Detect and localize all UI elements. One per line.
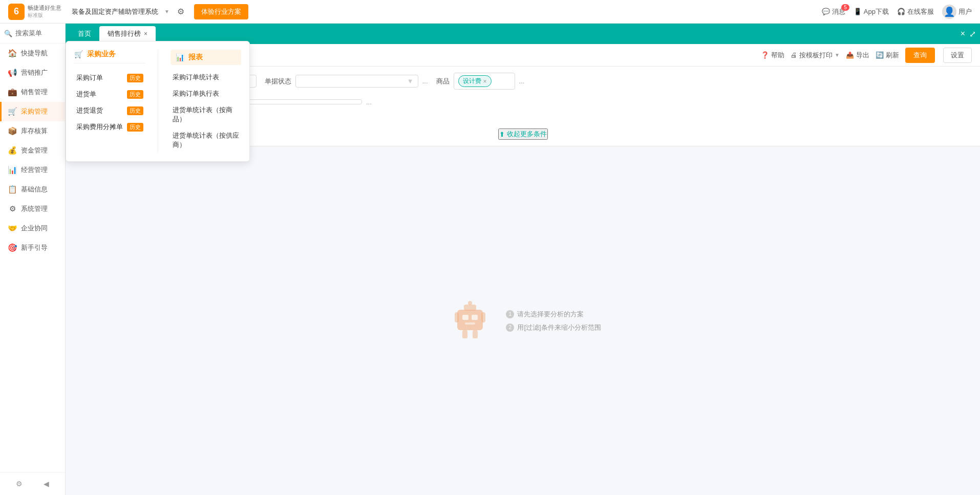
sidebar-bottom: ⚙ ◀ <box>0 472 65 495</box>
dropdown-item-report-0[interactable]: 采购订单统计表 <box>171 69 242 85</box>
sidebar-item-label: 销售管理 <box>21 88 48 97</box>
dropdown-item-label: 进货单统计表（按商品） <box>173 105 240 124</box>
svg-rect-4 <box>455 312 459 322</box>
basic-info-icon: 📋 <box>8 185 17 194</box>
query-btn[interactable]: 查询 <box>905 48 935 63</box>
goods-tag-text: 设计费 <box>463 77 481 85</box>
online-service-btn[interactable]: 🎧 在线客服 <box>897 7 934 16</box>
sidebar-item-system[interactable]: ⚙ 系统管理 <box>0 199 65 219</box>
sidebar-collapse-btn[interactable]: ◀ <box>41 478 51 490</box>
goods-dots[interactable]: ... <box>519 77 525 85</box>
dropdown-item-report-2[interactable]: 进货单统计表（按商品） <box>171 102 242 127</box>
svg-rect-3 <box>465 322 475 325</box>
sidebar-item-basic-info[interactable]: 📋 基础信息 <box>0 180 65 199</box>
dropdown-divider <box>158 50 158 153</box>
message-icon: 💬 <box>822 8 830 15</box>
dropdown-item-report-3[interactable]: 进货单统计表（按供应商） <box>171 127 242 153</box>
dropdown-item-label: 采购费用分摊单 <box>76 122 123 132</box>
tab-home[interactable]: 首页 <box>70 26 99 41</box>
dropdown-item-label: 采购订单 <box>76 73 103 82</box>
user-btn[interactable]: 👤 用户 <box>942 5 972 19</box>
sidebar-item-inventory[interactable]: 📦 库存核算 <box>0 121 65 141</box>
doc-status-arrow: ▼ <box>407 77 414 85</box>
history-badge-3[interactable]: 历史 <box>127 123 143 132</box>
staff-input[interactable] <box>239 99 362 104</box>
sidebar-item-label: 新手引导 <box>21 243 48 252</box>
step-2-circle: 2 <box>506 324 514 332</box>
sys-title: 装备及固定资产辅助管理系统 <box>72 7 158 16</box>
doc-status-label: 单据状态 <box>265 77 291 86</box>
sidebar-item-purchase[interactable]: 🛒 采购管理 <box>0 102 65 121</box>
sidebar-item-label: 采购管理 <box>21 107 48 116</box>
sidebar-item-quick-nav[interactable]: 🏠 快捷导航 <box>0 44 65 63</box>
purchase-icon: 🛒 <box>8 107 17 116</box>
sidebar-search[interactable]: 🔍 搜索菜单 <box>0 24 65 44</box>
dropdown-item-purchase-order[interactable]: 采购订单 历史 <box>74 70 145 86</box>
online-service-label: 在线客服 <box>907 7 934 16</box>
phone-icon: 📱 <box>854 8 862 15</box>
top-bar: 6 畅捷通好生意 标准版 装备及固定资产辅助管理系统 ▼ ⚙ 体验行业方案 💬 … <box>0 0 980 24</box>
doc-status-dots[interactable]: ... <box>422 77 428 85</box>
sidebar-item-sales[interactable]: 💼 销售管理 <box>0 82 65 102</box>
print-template-btn[interactable]: 🖨 按模板打印 ▼ <box>791 51 840 60</box>
dropdown-item-report-1[interactable]: 采购订单执行表 <box>171 85 242 102</box>
sys-title-dropdown[interactable]: 装备及固定资产辅助管理系统 ▼ <box>72 7 169 16</box>
print-icon: 🖨 <box>791 51 797 59</box>
sidebar-item-label: 基础信息 <box>21 185 48 194</box>
empty-step-2: 2 用[过滤]条件来缩小分析范围 <box>506 323 601 332</box>
doc-status-filter: 单据状态 ▼ ... <box>265 75 428 88</box>
help-btn[interactable]: ❓ 帮助 <box>761 51 784 60</box>
sidebar-item-marketing[interactable]: 📢 营销推广 <box>0 63 65 82</box>
sidebar-item-operations[interactable]: 📊 经营管理 <box>0 160 65 180</box>
goods-label: 商品 <box>436 77 450 86</box>
empty-text-area: 1 请先选择要分析的方案 2 用[过滤]条件来缩小分析范围 <box>506 310 601 332</box>
history-badge-0[interactable]: 历史 <box>127 74 143 82</box>
sidebar-item-enterprise[interactable]: 🤝 企业协同 <box>0 219 65 238</box>
purchase-col-title-text: 采购业务 <box>87 50 116 59</box>
export-btn[interactable]: 📤 导出 <box>846 51 869 60</box>
sidebar-item-label: 快捷导航 <box>21 49 48 58</box>
svg-rect-0 <box>457 310 483 330</box>
dropdown-item-label: 进货退货 <box>76 106 103 115</box>
sidebar-item-label: 资金管理 <box>21 146 48 155</box>
avatar: 👤 <box>942 5 956 19</box>
collapse-label: 收起更多条件 <box>507 130 547 139</box>
collapse-btn[interactable]: ⬆ 收起更多条件 <box>498 128 548 140</box>
dropdown-item-return[interactable]: 进货退货 历史 <box>74 102 145 119</box>
history-badge-1[interactable]: 历史 <box>127 90 143 99</box>
main-content: 1 请先选择要分析的方案 2 用[过滤]条件来缩小分析范围 <box>66 146 980 495</box>
home-icon: 🏠 <box>8 49 17 58</box>
empty-illustration <box>444 294 496 347</box>
sidebar-item-guide[interactable]: 🎯 新手引导 <box>0 238 65 257</box>
dropdown-item-incoming[interactable]: 进货单 历史 <box>74 86 145 102</box>
purchase-col-icon: 🛒 <box>74 50 83 58</box>
window-maximize-btn[interactable]: ⤢ <box>969 29 976 39</box>
top-right: 💬 消息 5 📱 App下载 🎧 在线客服 👤 用户 <box>822 5 972 19</box>
goods-tag-close[interactable]: × <box>483 78 487 85</box>
dropdown-item-fee[interactable]: 采购费用分摊单 历史 <box>74 119 145 135</box>
refresh-btn[interactable]: 🔄 刷新 <box>876 51 899 60</box>
window-close-btn[interactable]: × <box>961 29 965 38</box>
sidebar-item-label: 营销推广 <box>21 68 48 77</box>
settings-btn[interactable]: 设置 <box>943 48 972 63</box>
settings-icon[interactable]: ⚙ <box>174 5 188 19</box>
staff-dots[interactable]: ... <box>366 98 372 106</box>
sidebar-item-finance[interactable]: 💰 资金管理 <box>0 141 65 160</box>
industry-btn[interactable]: 体验行业方案 <box>194 4 248 19</box>
logo-area: 6 畅捷通好生意 标准版 <box>8 4 61 20</box>
history-badge-2[interactable]: 历史 <box>127 106 143 115</box>
collapse-icon: ⬆ <box>499 131 505 138</box>
app-download-btn[interactable]: 📱 App下载 <box>854 7 889 16</box>
sidebar-settings-btn[interactable]: ⚙ <box>14 478 25 490</box>
sidebar-item-label: 经营管理 <box>21 165 48 175</box>
operations-icon: 📊 <box>8 165 17 175</box>
logo-text-area: 畅捷通好生意 标准版 <box>28 4 61 18</box>
doc-status-input[interactable]: ▼ <box>295 75 418 88</box>
tab-sales-rank[interactable]: 销售排行榜 × <box>99 26 156 41</box>
report-col-icon: 📊 <box>176 53 184 61</box>
report-col-title-text: 报表 <box>188 53 203 62</box>
tab-close-btn[interactable]: × <box>144 30 147 37</box>
system-icon: ⚙ <box>8 204 17 213</box>
message-btn[interactable]: 💬 消息 5 <box>822 7 845 16</box>
goods-input[interactable]: 设计费 × <box>454 73 515 90</box>
